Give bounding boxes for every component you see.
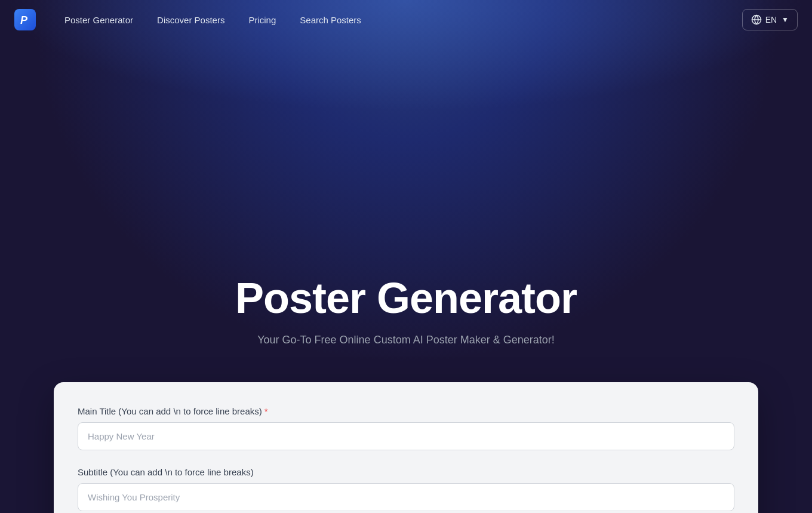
main-title-input[interactable] [78, 422, 734, 450]
subtitle-label: Subtitle (You can add \n to force line b… [78, 467, 734, 477]
navbar: P Poster Generator Discover Posters Pric… [0, 0, 812, 39]
hero-subtitle: Your Go-To Free Online Custom AI Poster … [235, 334, 577, 346]
required-star: * [264, 406, 268, 416]
language-selector[interactable]: EN ▼ [742, 9, 798, 30]
main-title-field: Main Title (You can add \n to force line… [78, 406, 734, 450]
main-title-label: Main Title (You can add \n to force line… [78, 406, 734, 416]
logo[interactable]: P [14, 9, 36, 30]
nav-discover-posters[interactable]: Discover Posters [147, 10, 234, 30]
hero-content: Poster Generator Your Go-To Free Online … [235, 275, 577, 346]
subtitle-field: Subtitle (You can add \n to force line b… [78, 467, 734, 511]
nav-right: EN ▼ [742, 9, 798, 30]
language-code: EN [765, 15, 777, 24]
hero-section: Poster Generator Your Go-To Free Online … [0, 0, 812, 394]
globe-icon [751, 14, 762, 25]
nav-pricing[interactable]: Pricing [239, 10, 285, 30]
hero-title: Poster Generator [235, 275, 577, 322]
nav-search-posters[interactable]: Search Posters [290, 10, 371, 30]
nav-poster-generator[interactable]: Poster Generator [55, 10, 143, 30]
logo-icon: P [14, 9, 36, 30]
nav-links: Poster Generator Discover Posters Pricin… [55, 10, 742, 30]
chevron-down-icon: ▼ [782, 16, 789, 24]
form-section: Main Title (You can add \n to force line… [54, 382, 758, 513]
subtitle-input[interactable] [78, 483, 734, 511]
svg-text:P: P [20, 14, 28, 26]
